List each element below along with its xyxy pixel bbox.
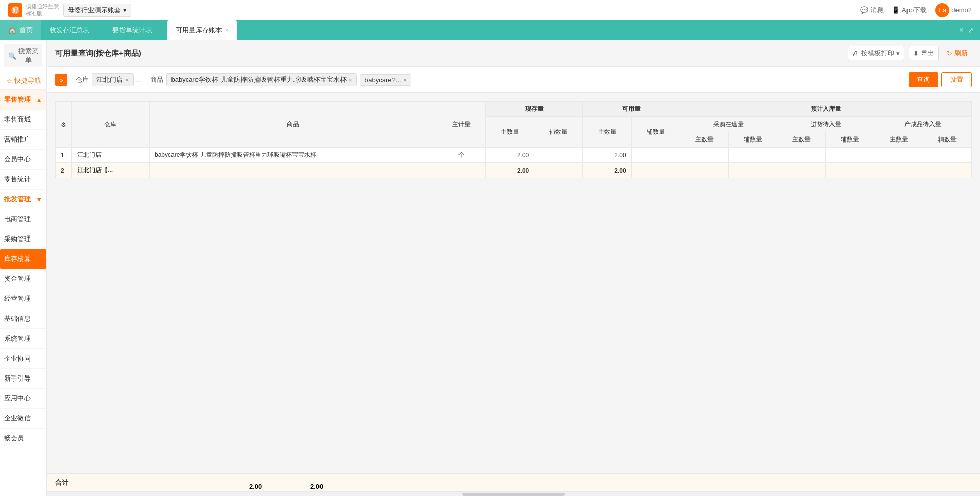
logo-text: 畅捷通好生意 标准版: [26, 3, 59, 16]
filter-actions: 查询 设置: [909, 72, 972, 87]
tab-home[interactable]: 🏠 首页: [0, 20, 41, 40]
th-purchase-transit: 采购在途量: [680, 117, 777, 132]
sidebar-item-retail-store[interactable]: 零售商城: [0, 110, 46, 130]
printer-icon: 🖨: [852, 50, 859, 57]
table-container: ⚙ 仓库 商品 主计量 现存量 可用量 预计入库量 主数量 辅数量 主数量 辅数…: [47, 93, 980, 473]
top-bar: 好 畅捷通好生意 标准版 母婴行业演示账套 ▾ 💬 消息 📱 App下载 Ea …: [0, 0, 980, 20]
sidebar-item-member[interactable]: 会员中心: [0, 150, 46, 170]
logo-icon: 好: [8, 3, 22, 17]
sidebar-item-basic-info[interactable]: 基础信息: [0, 309, 46, 329]
row-2-avail-aux: [631, 163, 680, 178]
user-menu[interactable]: Ea demo2: [935, 3, 972, 17]
sidebar-item-member2[interactable]: 畅会员: [0, 429, 46, 448]
sidebar-item-wholesale-mgmt[interactable]: 批发管理 ▼: [0, 190, 46, 209]
horizontal-scrollbar[interactable]: [47, 492, 980, 496]
row-1-finished-main: [874, 148, 923, 163]
row-2-num: 2: [56, 163, 72, 178]
search-icon: 🔍: [8, 52, 16, 60]
row-1-avail-aux: [631, 148, 680, 163]
sidebar-item-purchase[interactable]: 采购管理: [0, 229, 46, 249]
th-avail-main: 主数量: [583, 117, 631, 148]
page-title: 可用量查询(按仓库+商品): [55, 49, 141, 58]
th-product: 商品: [149, 102, 437, 148]
product-tag2[interactable]: babycare?... ×: [360, 74, 411, 86]
sidebar-item-marketing[interactable]: 营销推广: [0, 130, 46, 150]
export-icon: ⬇: [913, 50, 919, 57]
product-tag1[interactable]: babycare学饮杯 儿童防摔防撞吸管杯重力球吸嘴杯宝宝水杯 ×: [166, 73, 357, 86]
warehouse-filter: 仓库 江北门店 × ...: [76, 73, 142, 86]
logo: 好 畅捷通好生意 标准版: [8, 3, 59, 17]
sidebar-item-sys-mgmt[interactable]: 系统管理: [0, 329, 46, 349]
sidebar-item-operations[interactable]: 经营管理: [0, 289, 46, 309]
product-tag1-close[interactable]: ×: [349, 76, 353, 84]
row-1-num: 1: [56, 148, 72, 163]
sidebar: 🔍 搜索菜单 ☆ 快捷导航 零售管理 ▲ 零售商城 营销推广 会员中心 零售统计…: [0, 40, 47, 496]
sidebar-item-enterprise-wechat[interactable]: 企业微信: [0, 409, 46, 429]
sidebar-item-finance[interactable]: 资金管理: [0, 269, 46, 289]
tab-close-order-stats[interactable]: ×: [155, 27, 158, 33]
row-1-inbound-main: [777, 148, 826, 163]
sidebar-item-app-center[interactable]: 应用中心: [0, 389, 46, 409]
row-2-purchase-main: [680, 163, 728, 178]
footer-avail-main: 2.00: [310, 483, 323, 490]
phone-icon: 📱: [892, 6, 900, 14]
refresh-btn[interactable]: ↻ 刷新: [943, 46, 972, 60]
row-1-stock-aux: [534, 148, 583, 163]
message-icon: 💬: [860, 6, 868, 14]
refresh-icon: ↻: [947, 50, 952, 57]
row-2-avail-main: 2.00: [583, 163, 631, 178]
print-template-btn[interactable]: 🖨 按模板打印 ▾: [848, 46, 904, 60]
row-2-product: [149, 163, 437, 178]
warehouse-tag-close[interactable]: ×: [125, 76, 129, 84]
th-finished-aux: 辅数量: [923, 132, 971, 148]
row-2-finished-main: [874, 163, 923, 178]
main-layout: 🔍 搜索菜单 ☆ 快捷导航 零售管理 ▲ 零售商城 营销推广 会员中心 零售统计…: [0, 40, 980, 496]
tab-order-stats[interactable]: 要货单统计表 ×: [104, 20, 167, 40]
home-icon: 🏠: [8, 27, 16, 34]
avatar: Ea: [935, 3, 949, 17]
nav-expand-btn[interactable]: ⤢: [968, 26, 974, 34]
tab-receive-send[interactable]: 收发存汇总表 ×: [41, 20, 104, 40]
export-btn[interactable]: ⬇ 导出: [909, 46, 939, 60]
top-bar-right: 💬 消息 📱 App下载 Ea demo2: [860, 3, 972, 17]
expand-filter-btn[interactable]: »: [55, 74, 67, 86]
setting-btn[interactable]: 设置: [941, 72, 972, 87]
sidebar-item-ecommerce[interactable]: 电商管理: [0, 209, 46, 229]
th-purchase-main: 主数量: [680, 132, 728, 148]
warehouse-more[interactable]: ...: [137, 76, 142, 84]
product-tag2-close[interactable]: ×: [403, 76, 407, 84]
quick-nav-btn[interactable]: ☆ 快捷导航: [0, 72, 46, 90]
row-2-stock-main: 2.00: [486, 163, 534, 178]
sidebar-item-retail-stats[interactable]: 零售统计: [0, 170, 46, 190]
tab-close-receive-send[interactable]: ×: [92, 27, 95, 33]
industry-selector[interactable]: 母婴行业演示账套 ▾: [63, 4, 131, 17]
th-current-stock: 现存量: [486, 102, 583, 117]
row-2-warehouse: 江北门店【...: [72, 163, 150, 178]
query-btn[interactable]: 查询: [909, 72, 938, 87]
star-icon: ☆: [6, 77, 12, 85]
th-finished-goods: 产成品待入量: [874, 117, 972, 132]
warehouse-tag[interactable]: 江北门店 ×: [92, 73, 134, 86]
row-2-unit: [437, 163, 485, 178]
message-btn[interactable]: 💬 消息: [860, 6, 884, 15]
row-1-product: babycare学饮杯 儿童防摔防撞吸管杯重力球吸嘴杯宝宝水杯: [149, 148, 437, 163]
table-row: 2 江北门店【... 2.00 2.00: [56, 163, 972, 178]
table-footer: 合计 2.00 2.00: [47, 473, 980, 492]
app-download-btn[interactable]: 📱 App下载: [892, 6, 927, 15]
tab-close-available-stock[interactable]: ×: [225, 27, 228, 33]
tab-available-stock[interactable]: 可用量库存账本 ×: [167, 20, 237, 40]
sidebar-item-enterprise-collab[interactable]: 企业协同: [0, 349, 46, 369]
sidebar-search: 🔍 搜索菜单: [0, 40, 46, 72]
th-stock-main: 主数量: [486, 117, 534, 148]
th-inbound-pending: 进货待入量: [777, 117, 874, 132]
sidebar-item-new-guide[interactable]: 新手引导: [0, 369, 46, 389]
table-row: 1 江北门店 babycare学饮杯 儿童防摔防撞吸管杯重力球吸嘴杯宝宝水杯 个…: [56, 148, 972, 163]
th-purchase-aux: 辅数量: [728, 132, 777, 148]
sidebar-item-inventory[interactable]: 库存核算: [0, 249, 46, 269]
warehouse-label: 仓库: [76, 75, 89, 84]
th-settings[interactable]: ⚙: [56, 102, 72, 148]
th-main-unit: 主计量: [437, 102, 485, 148]
search-menu-btn[interactable]: 🔍 搜索菜单: [4, 44, 42, 67]
nav-close-btn[interactable]: ×: [959, 26, 964, 35]
sidebar-item-retail-mgmt[interactable]: 零售管理 ▲: [0, 90, 46, 110]
